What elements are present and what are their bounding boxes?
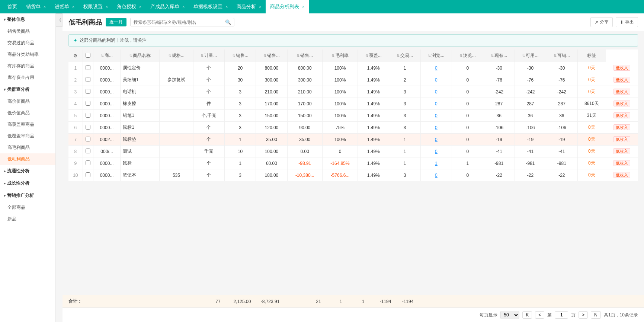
row-amount: 800.00 <box>287 62 322 74</box>
page-input[interactable] <box>555 311 568 319</box>
col-tag[interactable]: 标签 <box>577 50 606 62</box>
footer-browse1: 1 <box>330 299 352 304</box>
col-available[interactable]: ⇅可用... <box>515 50 546 62</box>
sidebar-item-low-margin[interactable]: 低毛利商品 <box>0 153 55 165</box>
sidebar-collapse-button[interactable]: 《 <box>56 13 63 27</box>
nav-purchase[interactable]: 进货单 × <box>50 0 79 13</box>
row-browse1[interactable]: 0 <box>420 86 452 98</box>
row-browse1[interactable]: 0 <box>420 134 452 146</box>
period-button[interactable]: 近一月 <box>106 18 126 26</box>
row-amount: 170.00 <box>287 98 322 110</box>
row-amount: 90.00 <box>287 122 322 134</box>
col-settings[interactable]: ⚙ <box>68 50 83 62</box>
row-checkbox[interactable] <box>83 146 93 157</box>
sidebar-item-low-value[interactable]: 低价值商品 <box>0 107 55 119</box>
row-saleable: 36 <box>546 110 577 122</box>
prev-page-button[interactable]: < <box>535 311 544 319</box>
row-qty: 3 <box>224 86 256 98</box>
col-qty[interactable]: ⇅销售... <box>224 50 256 62</box>
row-browse1[interactable]: 0 <box>420 146 452 157</box>
row-unit: 个 <box>193 169 224 181</box>
nav-template[interactable]: 单据模板设置 × <box>189 0 232 13</box>
row-checkbox[interactable] <box>83 134 93 146</box>
row-browse1[interactable]: 0 <box>420 110 452 122</box>
row-spec <box>160 146 193 157</box>
sidebar-item-sales-goods[interactable]: 销售类商品 <box>0 26 55 37</box>
nav-product-in[interactable]: 产成品入库单 × <box>146 0 189 13</box>
sidebar-item-category-rate[interactable]: 商品分类助销率 <box>0 49 55 60</box>
col-profit[interactable]: ⇅毛利率 <box>322 50 358 62</box>
sidebar-group-growth[interactable]: ▸成长性分析 <box>0 177 55 189</box>
nav-sales[interactable]: 销货单 × <box>22 0 50 13</box>
row-checkbox[interactable] <box>83 157 93 169</box>
sidebar-item-traded[interactable]: 交易过的商品 <box>0 37 55 49</box>
search-input[interactable] <box>134 20 225 25</box>
table-row: 2 0000... 吴细细1 参加复试 个 30 300.00 300.00 1… <box>68 74 638 86</box>
row-num: 8 <box>68 146 83 157</box>
row-coverage: 2 <box>389 74 420 86</box>
sidebar-item-high-coverage[interactable]: 高覆盖率商品 <box>0 119 55 130</box>
footer-coverage: 21 <box>307 299 330 304</box>
col-spec[interactable]: ⇅规格... <box>160 50 193 62</box>
row-checkbox[interactable] <box>83 62 93 74</box>
sidebar-group-overall[interactable]: ▾整体信息 <box>0 13 55 26</box>
col-select-all[interactable] <box>83 50 93 62</box>
footer-browse2: 1 <box>352 299 374 304</box>
col-browse2[interactable]: ⇅浏览... <box>452 50 483 62</box>
row-profit: 100% <box>322 134 358 146</box>
row-checkbox[interactable] <box>83 169 93 181</box>
col-saleable[interactable]: ⇅可销... <box>546 50 577 62</box>
per-page-select[interactable]: 50 100 200 <box>500 311 519 319</box>
row-tag: 低收入 <box>606 146 638 157</box>
nav-goods-list[interactable]: 商品分析列表 × <box>266 0 309 13</box>
sidebar-item-high-value[interactable]: 高价值商品 <box>0 96 55 107</box>
row-checkbox[interactable] <box>83 98 93 110</box>
col-name[interactable]: ⇅商品名称 <box>121 50 160 62</box>
row-checkbox[interactable] <box>83 122 93 134</box>
row-browse1[interactable]: 0 <box>420 169 452 181</box>
col-unit[interactable]: ⇅计量... <box>193 50 224 62</box>
row-browse1[interactable]: 0 <box>420 98 452 110</box>
nav-goods-analysis[interactable]: 商品分析 × <box>232 0 266 13</box>
row-margin: 1.49% <box>358 110 389 122</box>
row-stock: 287 <box>483 98 515 110</box>
col-code[interactable]: ⇅商... <box>93 50 121 62</box>
col-coverage[interactable]: ⇅覆盖... <box>358 50 389 62</box>
row-browse1[interactable]: 0 <box>420 62 452 74</box>
row-profit: 75% <box>322 122 358 134</box>
row-browse1[interactable]: 0 <box>420 74 452 86</box>
col-browse1[interactable]: ⇅浏览... <box>420 50 452 62</box>
sidebar-item-low-coverage[interactable]: 低覆盖率商品 <box>0 130 55 142</box>
nav-home[interactable]: 首页 <box>3 0 22 13</box>
row-checkbox[interactable] <box>83 86 93 98</box>
info-icon: ✦ <box>73 38 77 43</box>
row-checkbox[interactable] <box>83 110 93 122</box>
row-browse1[interactable]: 1 <box>420 157 452 169</box>
nav-permission[interactable]: 权限设置 × <box>79 0 112 13</box>
row-qty: 1 <box>224 134 256 146</box>
row-browse1[interactable]: 0 <box>420 122 452 134</box>
next-page-button[interactable]: > <box>579 311 588 319</box>
sidebar-item-stock-capital[interactable]: 库存资金占用 <box>0 72 55 83</box>
sidebar-item-all-goods[interactable]: 全部商品 <box>0 202 55 213</box>
nav-role[interactable]: 角色授权 × <box>112 0 146 13</box>
sidebar-item-in-stock[interactable]: 有库存的商品 <box>0 60 55 72</box>
row-num: 5 <box>68 110 83 122</box>
sidebar-group-cluster[interactable]: ▾类群查分析 <box>0 83 55 96</box>
row-checkbox[interactable] <box>83 74 93 86</box>
col-trade[interactable]: ⇅交易... <box>389 50 420 62</box>
col-stock[interactable]: ⇅现有... <box>483 50 515 62</box>
col-price[interactable]: ⇅销售... <box>256 50 287 62</box>
sidebar-group-flow[interactable]: ▸流通性分析 <box>0 165 55 177</box>
sidebar-item-new-goods[interactable]: 新品 <box>0 213 55 225</box>
first-page-button[interactable]: K <box>522 311 532 319</box>
row-days: 0天 <box>577 134 606 146</box>
row-coverage: 3 <box>389 86 420 98</box>
col-amount[interactable]: ⇅销售... <box>287 50 322 62</box>
share-button[interactable]: ↗ 分享 <box>590 17 613 27</box>
sidebar-group-marketing[interactable]: ▾营销推广分析 <box>0 189 55 202</box>
sidebar-item-high-margin[interactable]: 高毛利商品 <box>0 142 55 153</box>
last-page-button[interactable]: N <box>591 311 601 319</box>
info-banner: ✦ 这部分商品的利润非常低，请关注 <box>68 34 638 47</box>
export-button[interactable]: ⬇ 导出 <box>616 17 638 27</box>
